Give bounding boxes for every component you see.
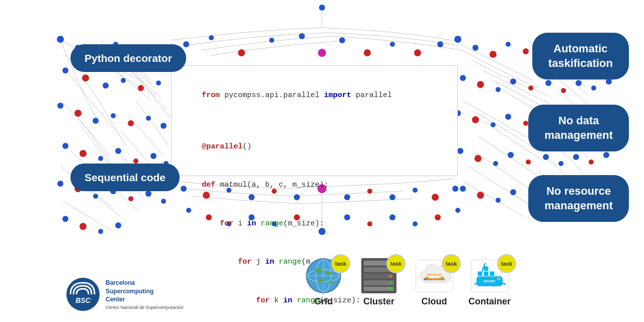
svg-point-10 [121, 78, 126, 83]
svg-point-23 [115, 148, 121, 154]
svg-text:amazon: amazon [427, 272, 442, 277]
svg-point-155 [498, 278, 499, 279]
svg-point-90 [238, 49, 245, 56]
svg-point-39 [472, 45, 478, 51]
svg-point-97 [414, 49, 421, 56]
svg-point-132 [326, 271, 332, 275]
svg-point-69 [457, 148, 463, 154]
svg-point-14 [74, 110, 82, 117]
svg-point-71 [493, 161, 498, 166]
no-data-management-bubble: No datamanagement [528, 105, 629, 151]
svg-point-55 [561, 88, 566, 93]
svg-point-74 [543, 154, 549, 160]
cluster-label: Cluster [363, 296, 394, 307]
svg-point-98 [437, 41, 443, 47]
svg-point-49 [460, 75, 466, 81]
python-decorator-bubble: Python decorator [70, 44, 186, 72]
svg-point-62 [505, 114, 511, 120]
svg-point-99 [319, 5, 325, 11]
svg-point-82 [510, 189, 516, 195]
svg-point-79 [460, 186, 466, 192]
svg-point-29 [93, 194, 98, 199]
svg-rect-150 [477, 271, 482, 276]
code-line-8: c[i][j] += np.dot(a[i][k], b[k][j]) [184, 320, 445, 323]
svg-point-40 [490, 51, 497, 58]
svg-point-94 [339, 37, 345, 43]
cloud-label: Cloud [422, 296, 447, 307]
svg-point-81 [496, 198, 501, 203]
svg-point-131 [314, 268, 323, 273]
cluster-task-badge: task [386, 254, 406, 273]
code-line-4: def matmul(a, b, c, m_size): [184, 166, 445, 205]
svg-point-32 [145, 191, 151, 197]
container-icon-box: task dock [467, 258, 512, 293]
svg-point-63 [523, 121, 528, 126]
cloud-task-badge: task [442, 254, 461, 273]
svg-point-133 [317, 279, 325, 283]
svg-point-15 [93, 118, 99, 124]
svg-point-70 [474, 155, 481, 162]
svg-point-17 [128, 120, 134, 126]
svg-rect-151 [484, 271, 489, 276]
svg-point-7 [62, 67, 68, 73]
svg-point-134 [329, 281, 334, 284]
svg-point-9 [103, 83, 109, 89]
svg-point-25 [150, 153, 156, 159]
svg-point-92 [299, 33, 305, 39]
svg-point-37 [115, 222, 121, 228]
grid-label: Grid [314, 296, 333, 307]
svg-point-20 [62, 143, 68, 149]
svg-point-21 [79, 150, 87, 157]
svg-point-19 [160, 123, 167, 129]
svg-point-52 [510, 78, 516, 85]
svg-point-11 [138, 85, 144, 91]
svg-point-51 [496, 87, 501, 92]
svg-point-77 [589, 159, 594, 165]
svg-point-145 [389, 288, 391, 290]
cloud-icon-box: task amazon webservices [412, 258, 457, 293]
grid-icon-item: task Grid [301, 258, 346, 307]
svg-point-143 [389, 275, 391, 277]
svg-point-38 [454, 36, 461, 43]
svg-point-50 [477, 81, 484, 88]
svg-point-41 [506, 42, 511, 47]
svg-point-16 [111, 113, 116, 118]
svg-point-24 [133, 158, 138, 164]
container-label: Container [468, 296, 511, 307]
svg-point-89 [209, 35, 214, 40]
svg-point-0 [57, 36, 64, 43]
svg-point-57 [591, 86, 596, 91]
sequential-code-bubble: Sequential code [70, 164, 180, 191]
code-line-2 [184, 115, 445, 128]
code-line-5: for i in range(m_size): [184, 204, 445, 243]
svg-text:BSC: BSC [75, 296, 91, 304]
code-line-1: from pycompss.api.parallel import parall… [184, 76, 445, 115]
bsc-logo: BSC BarcelonaSupercomputingCenter Centro… [65, 277, 184, 312]
svg-point-56 [576, 80, 582, 86]
code-line-3: @parallel() [184, 127, 445, 166]
bsc-full-name: BarcelonaSupercomputingCenter [106, 279, 184, 304]
svg-point-27 [57, 181, 63, 187]
svg-point-8 [82, 74, 89, 82]
graph-nodes-top-middle [183, 5, 443, 57]
svg-point-18 [146, 116, 151, 121]
svg-point-95 [364, 49, 371, 56]
svg-point-36 [98, 229, 103, 234]
svg-point-35 [79, 223, 87, 230]
svg-point-125 [455, 208, 460, 213]
svg-point-53 [528, 86, 533, 91]
svg-point-60 [472, 116, 479, 123]
cluster-icon-item: task Cluster [356, 258, 401, 307]
svg-point-91 [269, 38, 274, 43]
code-panel: from pycompss.api.parallel import parall… [171, 65, 458, 176]
svg-point-33 [161, 199, 166, 204]
svg-point-112 [452, 186, 458, 192]
cluster-icon-box: task [356, 258, 401, 293]
container-task-badge: task [497, 254, 516, 273]
no-resource-management-bubble: No resourcemanagement [528, 175, 629, 222]
grid-icon-box: task [301, 258, 346, 293]
svg-rect-152 [490, 271, 495, 276]
svg-point-73 [526, 159, 531, 165]
platform-icons-section: task Grid task [301, 258, 512, 307]
svg-text:docker: docker [484, 279, 496, 283]
